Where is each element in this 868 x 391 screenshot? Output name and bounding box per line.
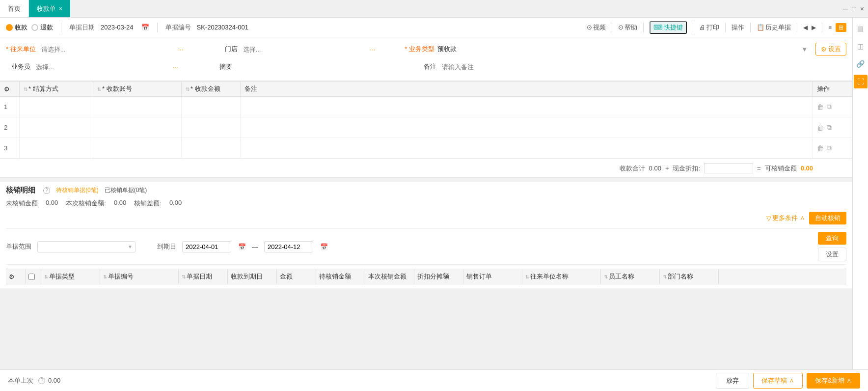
- filter-row: 单据范围 到期日 📅 — 📅 查询 设置: [6, 228, 846, 265]
- minimize-button[interactable]: ─: [843, 5, 848, 13]
- row-3-copy-icon[interactable]: ⧉: [827, 144, 832, 152]
- prev-info-icon[interactable]: ?: [38, 377, 45, 384]
- tab-current-label: 收款单: [37, 4, 56, 13]
- row-2-action: 🗑 ⧉: [813, 117, 852, 138]
- row-2-delete-icon[interactable]: 🗑: [817, 124, 824, 132]
- table-row: 2 🗑 ⧉: [0, 117, 852, 138]
- refund-radio-circle: [31, 24, 38, 31]
- auto-verify-button[interactable]: 自动核销: [809, 212, 846, 224]
- sidebar-icon-1[interactable]: ▤: [854, 22, 868, 35]
- help-button[interactable]: ⊙ 帮助: [618, 23, 637, 32]
- select-all-checkbox[interactable]: [28, 274, 35, 280]
- shortcut-button[interactable]: ⌨ 快捷键: [650, 21, 687, 34]
- row-2-account[interactable]: [93, 117, 182, 138]
- sidebar-icon-3[interactable]: 🔗: [854, 57, 868, 71]
- close-button[interactable]: ×: [860, 5, 864, 13]
- row-3-payment[interactable]: [20, 138, 93, 158]
- operation-button[interactable]: 操作: [732, 23, 744, 32]
- maximize-button[interactable]: □: [852, 5, 856, 13]
- receipt-radio[interactable]: 收款: [6, 23, 27, 32]
- available-label: 可核销金额: [765, 164, 797, 173]
- calendar-icon[interactable]: 📅: [141, 24, 149, 31]
- date-to-input[interactable]: [264, 241, 313, 252]
- bth-check[interactable]: [26, 269, 41, 284]
- bth-sales-order: 销售订单: [463, 269, 522, 284]
- row-3-account[interactable]: [93, 138, 182, 158]
- verify-info-icon[interactable]: ?: [43, 187, 50, 194]
- sidebar-icon-2[interactable]: ◫: [854, 39, 868, 53]
- tab-home-label: 首页: [8, 4, 21, 13]
- store-dots[interactable]: ···: [370, 46, 376, 53]
- row-1-delete-icon[interactable]: 🗑: [817, 103, 824, 111]
- diff-label: 核销差额:: [134, 199, 162, 208]
- row-1-copy-icon[interactable]: ⧉: [827, 103, 832, 111]
- bth-pending: 待核销金额: [316, 269, 365, 284]
- row-1-num: 1: [0, 97, 20, 117]
- print-button[interactable]: 🖨 打印: [699, 23, 719, 32]
- tab-current[interactable]: 收款单 ×: [29, 0, 70, 17]
- row-1-payment[interactable]: [20, 97, 93, 117]
- table-body: 1 🗑 ⧉ 2 🗑 ⧉: [0, 97, 852, 159]
- list-view-button[interactable]: ≡: [828, 24, 832, 31]
- discount-input[interactable]: [704, 163, 753, 173]
- store-input[interactable]: [241, 44, 368, 55]
- row-2-copy-icon[interactable]: ⧉: [827, 123, 832, 132]
- more-filter-label: 更多条件 ∧: [772, 214, 805, 223]
- row-2-amount[interactable]: [182, 117, 241, 138]
- row-1-account[interactable]: [93, 97, 182, 117]
- form-settings-button[interactable]: ⚙ 设置: [815, 43, 846, 56]
- bth-settings[interactable]: ⚙: [6, 269, 26, 284]
- bth-amount: 金额: [277, 269, 316, 284]
- row-3-amount[interactable]: [182, 138, 241, 158]
- nav-prev-button[interactable]: ◀: [803, 24, 808, 31]
- th-settings[interactable]: ⚙: [0, 82, 20, 96]
- settings-btn-label: 设置: [828, 45, 841, 54]
- abandon-button[interactable]: 放弃: [716, 373, 749, 389]
- range-select[interactable]: [37, 241, 136, 252]
- counterpart-dots[interactable]: ···: [178, 46, 184, 53]
- remark-input[interactable]: [439, 62, 846, 72]
- divider9: [822, 23, 822, 32]
- done-tab[interactable]: 已核销单据(0笔): [105, 186, 147, 195]
- bth-current: 本次核销金额: [365, 269, 414, 284]
- diff-value: 0.00: [169, 199, 182, 208]
- th-amount: ⇅ * 收款金额: [182, 82, 241, 96]
- refund-radio[interactable]: 退款: [31, 23, 53, 32]
- save-draft-label: 保存草稿 ∧: [761, 376, 794, 385]
- shortcut-label: 快捷键: [664, 23, 683, 32]
- table-row: 1 🗑 ⧉: [0, 97, 852, 117]
- row-1-remark[interactable]: [241, 97, 813, 117]
- th-account: ⇅ * 收款账号: [93, 82, 182, 96]
- tab-home[interactable]: 首页: [0, 0, 29, 17]
- history-button[interactable]: 📋 历史单据: [757, 23, 791, 32]
- cal-to-icon[interactable]: 📅: [320, 243, 328, 251]
- save-draft-button[interactable]: 保存草稿 ∧: [753, 373, 803, 389]
- prev-value: 0.00: [48, 377, 60, 384]
- unchecked-value: 0.00: [46, 199, 58, 208]
- query-button[interactable]: 查询: [818, 232, 846, 245]
- verify-settings-button[interactable]: 设置: [818, 248, 846, 261]
- tab-close-icon[interactable]: ×: [59, 5, 62, 12]
- cal-from-icon[interactable]: 📅: [238, 243, 246, 251]
- settings-gear-icon: ⚙: [821, 46, 827, 53]
- save-new-button[interactable]: 保存&新增 ∧: [807, 373, 860, 389]
- salesperson-input[interactable]: [33, 62, 171, 72]
- sidebar-icon-4[interactable]: ⛶: [854, 75, 868, 88]
- nav-next-button[interactable]: ▶: [812, 24, 816, 31]
- verify-toolbar: ▽ 更多条件 ∧ 自动核销: [6, 212, 846, 224]
- more-filter-button[interactable]: ▽ 更多条件 ∧: [766, 214, 805, 223]
- row-3-delete-icon[interactable]: 🗑: [817, 144, 824, 152]
- row-2-remark[interactable]: [241, 117, 813, 138]
- row-1-amount[interactable]: [182, 97, 241, 117]
- video-button[interactable]: ⊙ 视频: [587, 23, 606, 32]
- business-type-label: * 业务类型: [405, 45, 437, 54]
- salesperson-dots[interactable]: ···: [173, 63, 178, 71]
- counterpart-input[interactable]: [39, 44, 176, 55]
- pending-tab[interactable]: 待核销单据(0笔): [56, 186, 99, 195]
- row-2-payment[interactable]: [20, 117, 93, 138]
- business-type-arrow[interactable]: ▼: [801, 46, 808, 53]
- summary-input[interactable]: [235, 62, 382, 72]
- date-from-input[interactable]: [182, 241, 231, 252]
- row-3-remark[interactable]: [241, 138, 813, 158]
- grid-view-button[interactable]: ⊞: [836, 23, 846, 32]
